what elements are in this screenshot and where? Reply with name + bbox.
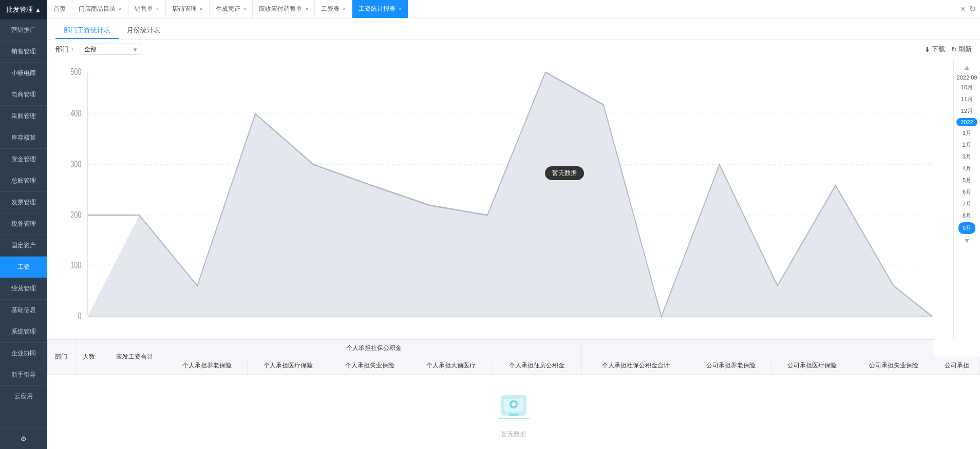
timeline-month-1月[interactable]: 1月 [956,127,977,139]
sidebar-item-发票管理[interactable]: 发票管理 [0,192,47,213]
timeline-panel: ▲ 2022.09 10月11月12月20221月2月3月4月5月6月7月8月9… [953,59,980,339]
toolbar: 部门： 全部 ⬇ 下载 ↻ 刷新 [47,40,980,59]
sidebar-item-税务管理[interactable]: 税务管理 [0,213,47,235]
sidebar-item-固定资产[interactable]: 固定资产 [0,235,47,257]
tab-工资表[interactable]: 工资表× [315,0,352,18]
sidebar-item-系统管理[interactable]: 系统管理 [0,321,47,343]
download-icon: ⬇ [925,46,930,53]
svg-point-17 [512,402,516,406]
sidebar-items: 营销推广销售管理小畅电商电商管理采购管理库存核算资金管理总账管理发票管理税务管理… [0,19,47,428]
sidebar-item-基础信息[interactable]: 基础信息 [0,300,47,321]
col-company-group [582,340,934,357]
timeline-month-10月[interactable]: 10月 [956,82,977,93]
svg-text:300: 300 [70,159,81,169]
tab-生成凭证[interactable]: 生成凭证× [210,0,253,18]
tab-label: 门店商品目录 [79,5,116,13]
timeline-year-2022[interactable]: 2022 [956,118,977,126]
no-data-icon [493,385,534,426]
tab-close-icon[interactable]: × [343,6,346,12]
col-p-unemployment: 个人承担失业保险 [329,357,410,375]
timeline-month-5月[interactable]: 5月 [956,174,977,186]
download-button[interactable]: ⬇ 下载 [925,45,945,54]
timeline-month-12月[interactable]: 12月 [956,105,977,117]
sidebar-item-云应用[interactable]: 云应用 [0,386,47,407]
timeline-months: 10月11月12月20221月2月3月4月5月6月7月8月9月 [956,82,977,235]
sidebar-item-销售管理[interactable]: 销售管理 [0,41,47,63]
sidebar-item-电商管理[interactable]: 电商管理 [0,84,47,106]
sidebar-item-工资[interactable]: 工资 [0,257,47,278]
tab-bar: 首页门店商品目录×销售单×店铺管理×生成凭证×应收应付调整单×工资表×工资统计报… [47,0,980,18]
col-c-unemployment: 公司承担失业保险 [853,357,934,375]
sidebar-top-label: 批发管理 [6,5,33,14]
timeline-month-11月[interactable]: 11月 [956,93,977,105]
tab-门店商品目录[interactable]: 门店商品目录× [72,0,128,18]
table-section: 部门 人数 应发工资合计 个人承担社保公积金 个人承担养老保险 个人承担医疗保险… [47,339,980,449]
col-p-housing: 个人承担住房公积金 [492,357,582,375]
svg-text:100: 100 [70,260,81,270]
col-p-total: 个人承担社保公积金合计 [582,357,690,375]
sidebar-item-总账管理[interactable]: 总账管理 [0,170,47,192]
toolbar-right: ⬇ 下载 ↻ 刷新 [925,45,972,54]
tab-label: 生成凭证 [216,5,240,13]
col-c-other: 公司承担 [934,357,980,375]
tab-close-icon[interactable]: × [200,6,203,12]
svg-rect-18 [508,414,519,416]
chart-svg-wrap: 0 100 200 300 400 500 暂无数据 [55,63,945,335]
tab-close-icon[interactable]: × [305,6,308,12]
refresh-all-button[interactable]: ↻ [969,4,976,14]
dept-select-wrap: 全部 [80,44,141,55]
tab-店铺管理[interactable]: 店铺管理× [166,0,210,18]
col-c-pension: 公司承担养老保险 [690,357,771,375]
timeline-month-4月[interactable]: 4月 [956,163,977,174]
sub-tabs: 部门工资统计表月份统计表 [47,18,980,40]
tab-close-icon[interactable]: × [399,6,402,12]
chart-svg: 0 100 200 300 400 500 [55,63,945,335]
sidebar-item-小畅电商[interactable]: 小畅电商 [0,63,47,84]
sidebar-item-企业协同[interactable]: 企业协同 [0,343,47,364]
tab-工资统计报表[interactable]: 工资统计报表× [352,0,408,18]
sidebar-item-库存核算[interactable]: 库存核算 [0,127,47,149]
close-all-button[interactable]: × [960,5,965,14]
tab-应收应付调整单[interactable]: 应收应付调整单× [253,0,315,18]
timeline-month-7月[interactable]: 7月 [956,198,977,210]
toolbar-left: 部门： 全部 [55,44,141,55]
timeline-month-6月[interactable]: 6月 [956,186,977,198]
timeline-month-8月[interactable]: 8月 [956,210,977,222]
sidebar-item-新手引导[interactable]: 新手引导 [0,364,47,386]
col-dept: 部门 [48,340,76,375]
col-c-medical: 公司承担医疗保险 [771,357,853,375]
dept-select[interactable]: 全部 [80,44,141,55]
sub-tab-部门工资统计表[interactable]: 部门工资统计表 [55,23,119,39]
sidebar-item-经营管理[interactable]: 经营管理 [0,278,47,300]
sidebar-top[interactable]: 批发管理 ▲ [0,0,47,19]
settings-icon: ⚙ [21,435,27,443]
timeline-month-9月[interactable]: 9月 [958,222,975,234]
sidebar-item-采购管理[interactable]: 采购管理 [0,106,47,127]
refresh-button[interactable]: ↻ 刷新 [951,45,972,54]
tab-销售单[interactable]: 销售单× [128,0,166,18]
timeline-down-arrow[interactable]: ▼ [964,235,971,247]
svg-text:400: 400 [70,108,81,119]
sidebar-item-资金管理[interactable]: 资金管理 [0,149,47,170]
tab-close-icon[interactable]: × [243,6,247,12]
svg-text:0: 0 [78,311,81,321]
timeline-month-2月[interactable]: 2月 [956,139,977,151]
chart-container: 0 100 200 300 400 500 暂无数据 [47,59,953,339]
svg-marker-13 [88,72,932,317]
tab-close-icon[interactable]: × [156,6,159,12]
dept-label: 部门： [55,45,76,54]
data-table: 部门 人数 应发工资合计 个人承担社保公积金 个人承担养老保险 个人承担医疗保险… [47,339,980,375]
table-no-data: 暂无数据 [47,375,980,449]
sidebar-settings[interactable]: ⚙ [0,428,47,449]
content-area: 部门工资统计表月份统计表 部门： 全部 ⬇ 下载 ↻ 刷新 [47,18,980,449]
timeline-up-arrow[interactable]: ▲ [964,61,971,73]
tab-label: 销售单 [135,5,153,13]
chart-no-data-tooltip: 暂无数据 [545,166,584,180]
tab-label: 应收应付调整单 [259,5,302,13]
timeline-month-3月[interactable]: 3月 [956,151,977,163]
tab-label: 工资表 [321,5,340,13]
sidebar-item-营销推广[interactable]: 营销推广 [0,19,47,41]
tab-首页[interactable]: 首页 [47,0,72,18]
sub-tab-月份统计表[interactable]: 月份统计表 [119,23,168,39]
tab-close-icon[interactable]: × [119,6,122,12]
